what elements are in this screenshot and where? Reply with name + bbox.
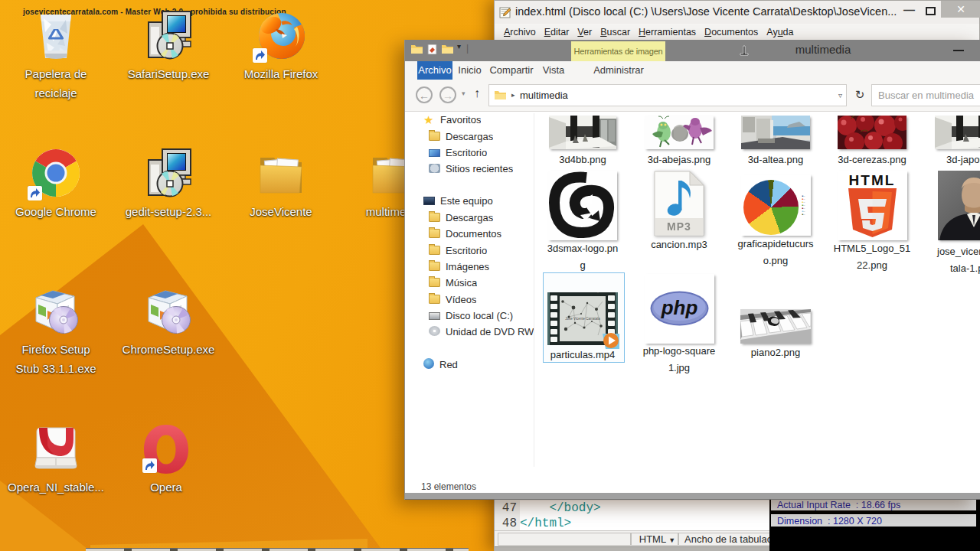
svg-text:MP3: MP3 <box>667 220 691 233</box>
svg-text:php: php <box>660 296 697 319</box>
svg-text:Jose Vicente Carratala: Jose Vicente Carratala <box>565 317 600 321</box>
